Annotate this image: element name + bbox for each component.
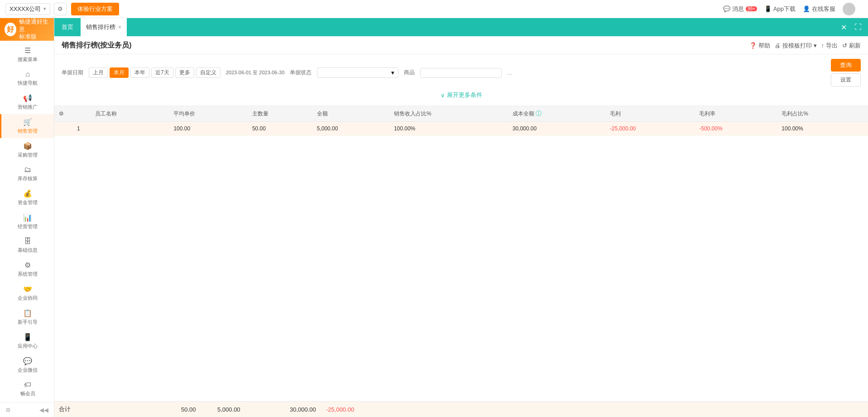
ranking-table: ⚙ 员工名称 平均单价 主数量 全额 销售收入占比% 成本全额 ⓘ 毛利 毛利率…	[54, 106, 868, 136]
sidebar-item-purchase[interactable]: 📦 采购管理	[0, 138, 54, 162]
sidebar-item-label: 应用中心	[18, 343, 38, 350]
tab-close-icon[interactable]: ×	[118, 24, 121, 30]
sidebar-item-member[interactable]: 🏷 畅会员	[0, 377, 54, 401]
company-name: XXXXX公司	[10, 5, 41, 13]
query-button[interactable]: 查询	[831, 59, 861, 72]
settings-icon[interactable]: ⚙	[54, 3, 67, 15]
sidebar-item-label: 营销推广	[18, 104, 38, 110]
total-avg-price	[140, 406, 177, 413]
sidebar-item-apps[interactable]: 📱 应用中心	[0, 329, 54, 353]
sidebar-item-label: 库存核算	[18, 175, 38, 182]
page-title: 销售排行榜(按业务员)	[62, 41, 132, 50]
cell-cost: 30,000.00	[508, 122, 605, 136]
trial-button[interactable]: 体验行业方案	[71, 3, 119, 15]
online-service-btn[interactable]: 👤 在线客服	[803, 5, 835, 13]
sidebar-item-sales[interactable]: 🛒 销售管理	[0, 114, 54, 138]
date-btn-this-year[interactable]: 本年	[130, 67, 149, 78]
company-selector[interactable]: XXXXX公司 ▾	[5, 3, 50, 15]
date-btn-custom[interactable]: 自定义	[196, 67, 221, 78]
help-icon: ❓	[749, 42, 757, 49]
status-chevron-icon: ▾	[391, 69, 394, 76]
top-bar: XXXXX公司 ▾ ⚙ 体验行业方案 💬 消息 99+ 📱 App下载 👤 在线…	[0, 0, 868, 18]
sidebar-item-marketing[interactable]: 📢 营销推广	[0, 90, 54, 114]
col-avg-price: 平均单价	[169, 106, 247, 122]
print-btn[interactable]: 🖨 按模板打印 ▾	[775, 42, 817, 50]
cell-profit-rate: -500.00%	[695, 122, 777, 136]
sidebar-item-wechat[interactable]: 💬 企业微信	[0, 353, 54, 377]
collab-icon: 🤝	[23, 285, 32, 293]
refresh-btn[interactable]: ↺ 刷新	[842, 42, 861, 50]
sidebar-item-operations[interactable]: 📊 经营管理	[0, 210, 54, 234]
logo-area: 好 畅捷通好生意 标准版	[0, 18, 54, 41]
sidebar-item-label: 系统管理	[18, 271, 38, 278]
purchase-icon: 📦	[23, 142, 32, 150]
tab-close-btn[interactable]: ✕	[838, 22, 849, 33]
message-btn[interactable]: 💬 消息 99+	[723, 5, 757, 13]
page-header: 销售排行榜(按业务员) ❓ 帮助 🖨 按模板打印 ▾ ↑ 导出	[54, 36, 868, 54]
sidebar-item-finance[interactable]: 💰 资金管理	[0, 186, 54, 210]
table-footer: 合计 50.00 5,000.00 30,000.00 -25,000.00	[54, 401, 868, 417]
logo-text: 畅捷通好生意 标准版	[19, 18, 49, 41]
date-btn-this-month[interactable]: 本月	[110, 67, 129, 78]
tab-sales-ranking[interactable]: 销售排行榜 ×	[81, 18, 127, 36]
status-select[interactable]: ▾	[317, 67, 398, 78]
total-profit: -25,000.00	[321, 406, 359, 413]
date-btn-7days[interactable]: 近7天	[151, 67, 173, 78]
message-icon: 💬	[723, 5, 730, 12]
guide-icon: 📋	[23, 309, 32, 317]
sidebar-item-collab[interactable]: 🤝 企业协同	[0, 281, 54, 305]
export-btn[interactable]: ↑ 导出	[821, 42, 838, 50]
total-amount: 5,000.00	[213, 406, 249, 413]
goods-filter-label: 商品	[404, 69, 415, 77]
expand-more-btn[interactable]: ∨ 展开更多条件	[441, 89, 482, 101]
total-sales-pct	[249, 406, 285, 413]
content-area: 首页 销售排行榜 × ✕ ⛶ 销售排行榜(按业务员) ❓ 帮助	[54, 18, 868, 417]
cell-name	[91, 122, 169, 136]
sidebar-item-label: 资金管理	[18, 199, 38, 206]
export-icon: ↑	[821, 42, 825, 49]
sidebar-item-label: 企业协同	[18, 295, 38, 302]
sidebar-gear-icon[interactable]: ⚙	[5, 407, 11, 413]
sidebar-item-label: 畅会员	[20, 390, 35, 397]
date-btn-more[interactable]: 更多	[175, 67, 194, 78]
system-icon: ⚙	[24, 261, 31, 269]
download-icon: 📱	[764, 5, 772, 12]
status-filter-label: 单据状态	[290, 69, 312, 77]
sidebar-item-label: 基础信息	[18, 247, 38, 254]
goods-input[interactable]	[420, 68, 502, 78]
sidebar-collapse-icon[interactable]: ◀◀	[39, 407, 48, 413]
tab-expand-btn[interactable]: ⛶	[853, 22, 863, 33]
sidebar-item-search[interactable]: ☰ 搜索菜单	[0, 43, 54, 67]
avatar[interactable]	[843, 3, 855, 15]
tab-home[interactable]: 首页	[54, 18, 81, 36]
col-profit-pct: 毛利占比%	[777, 106, 868, 122]
sidebar-item-basics[interactable]: 🗄 基础信息	[0, 234, 54, 257]
col-settings[interactable]: ⚙	[54, 106, 72, 122]
sidebar-item-shortcuts[interactable]: ⌂ 快捷导航	[0, 67, 54, 90]
wechat-icon: 💬	[23, 357, 32, 365]
finance-icon: 💰	[23, 189, 32, 198]
sidebar-item-label: 新手引导	[18, 319, 38, 326]
table-row: 1 100.00 50.00 5,000.00 100.00% 30,000.0…	[54, 122, 868, 136]
col-profit: 毛利	[605, 106, 695, 122]
date-btn-last-month[interactable]: 上月	[89, 67, 108, 78]
sidebar-item-label: 搜索菜单	[18, 56, 38, 63]
more-filters-btn[interactable]: ...	[507, 70, 512, 76]
help-btn[interactable]: ❓ 帮助	[749, 42, 770, 50]
message-label: 消息	[732, 5, 744, 13]
cell-settings	[54, 122, 72, 136]
operations-icon: 📊	[23, 213, 32, 222]
app-download-btn[interactable]: 📱 App下载	[764, 5, 796, 13]
chevron-down-icon: ▾	[43, 6, 46, 12]
col-profit-rate: 毛利率	[695, 106, 777, 122]
print-chevron-icon: ▾	[814, 42, 817, 49]
sidebar-item-guide[interactable]: 📋 新手引导	[0, 305, 54, 329]
sidebar-item-label: 快捷导航	[18, 80, 38, 86]
cell-sales-pct: 100.00%	[389, 122, 508, 136]
sidebar-item-system[interactable]: ⚙ 系统管理	[0, 257, 54, 281]
sidebar-item-inventory[interactable]: 🗂 库存核算	[0, 162, 54, 186]
setting-button[interactable]: 设置	[831, 73, 861, 86]
col-cost: 成本全额 ⓘ	[508, 106, 605, 122]
sidebar-item-label: 企业微信	[18, 367, 38, 374]
sidebar-item-label: 采购管理	[18, 152, 38, 158]
